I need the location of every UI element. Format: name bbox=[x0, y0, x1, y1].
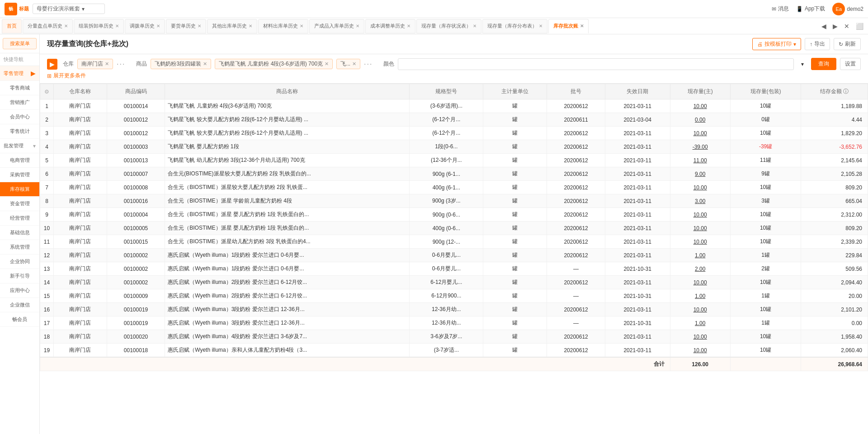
sidebar-item-inventory[interactable]: 库存核算 bbox=[0, 182, 39, 197]
cell-qty-main[interactable]: 1.00 bbox=[670, 249, 730, 262]
sidebar-item-member2[interactable]: 畅会员 bbox=[0, 312, 39, 327]
cell-unit: 罐 bbox=[483, 222, 547, 235]
sidebar-item-system[interactable]: 系统管理 bbox=[0, 240, 39, 255]
warehouse-tag-close[interactable]: ✕ bbox=[105, 61, 109, 67]
cell-qty-main[interactable]: 2.00 bbox=[670, 262, 730, 276]
sidebar-item-ops[interactable]: 经营管理 bbox=[0, 211, 39, 226]
cell-qty-pkg: 10罐 bbox=[730, 235, 801, 249]
warehouse-filter-more[interactable]: ··· bbox=[117, 60, 125, 68]
tab-cailiao-close[interactable]: ✕ bbox=[300, 24, 303, 28]
tab-zuzhuan-close[interactable]: ✕ bbox=[115, 24, 119, 28]
sidebar-item-wechat[interactable]: 企业微信 bbox=[0, 298, 39, 312]
cell-spec: 900g (3岁... bbox=[410, 194, 483, 208]
cell-qty-main[interactable]: 10.00 bbox=[670, 127, 730, 140]
tab-yaohuo[interactable]: 要货单历史 ✕ bbox=[166, 19, 206, 33]
tab-xiancun2-close[interactable]: ✕ bbox=[539, 24, 542, 28]
cell-qty-main[interactable]: 10.00 bbox=[670, 344, 730, 358]
sidebar-item-basic[interactable]: 基础信息 bbox=[0, 226, 39, 240]
search-menu-button[interactable]: 搜索菜单 bbox=[3, 38, 37, 49]
export-button[interactable]: ↑ 导出 bbox=[805, 38, 830, 50]
sidebar-item-retail[interactable]: 零售管理 ▶ bbox=[0, 66, 39, 81]
cell-qty-main[interactable]: 10.00 bbox=[670, 303, 730, 316]
color-filter-input[interactable] bbox=[398, 58, 794, 70]
product-filter-tag2[interactable]: 飞鹤星飞帆 儿童奶粉 4段(3-6岁适用) 700克 ✕ bbox=[215, 59, 333, 69]
page-actions: 🖨 按模板打印 ▾ ↑ 导出 ↻ 刷新 bbox=[752, 38, 861, 50]
app-download-button[interactable]: 📱 App下载 bbox=[796, 5, 825, 13]
sidebar-item-wholesale[interactable]: 批发管理 ▾ bbox=[0, 139, 39, 153]
tab-home[interactable]: 首页 bbox=[2, 19, 22, 33]
query-button[interactable]: 查询 bbox=[811, 58, 836, 70]
product-filter-more[interactable]: ··· bbox=[364, 60, 373, 68]
tab-close-all-button[interactable]: ✕ bbox=[841, 23, 852, 30]
filter-expand-btn[interactable]: ▶ bbox=[47, 59, 57, 70]
footer-qty: 126.00 bbox=[670, 357, 730, 371]
tab-kucun-close[interactable]: ✕ bbox=[580, 24, 584, 28]
tab-kucun[interactable]: 库存批次账 ✕ bbox=[548, 19, 589, 33]
tab-maximize-button[interactable]: ⬜ bbox=[853, 23, 866, 30]
warehouse-filter-tag[interactable]: 南岸门店 ✕ bbox=[77, 59, 113, 69]
tab-fenpan[interactable]: 分量盘点单历史 ✕ bbox=[23, 19, 73, 33]
cell-qty-main[interactable]: 10.00 bbox=[670, 208, 730, 222]
sidebar-item-finance[interactable]: 资金管理 bbox=[0, 197, 39, 211]
sidebar-item-stats[interactable]: 零售统计 bbox=[0, 124, 39, 139]
cell-qty-main[interactable]: 10.00 bbox=[670, 276, 730, 289]
product-tag3-close[interactable]: ✕ bbox=[352, 61, 356, 67]
tab-xiancun2[interactable]: 现存量（库存分布表） ✕ bbox=[482, 19, 547, 33]
tab-xiancun1[interactable]: 现存量（库存状况表） ✕ bbox=[416, 19, 481, 33]
sidebar-item-collab[interactable]: 企业协同 bbox=[0, 255, 39, 269]
product-filter-tag1[interactable]: 飞鹤奶粉3段四罐装 ✕ bbox=[151, 59, 211, 69]
tab-xiancun1-close[interactable]: ✕ bbox=[473, 24, 476, 28]
cell-qty-main[interactable]: 3.00 bbox=[670, 194, 730, 208]
cell-qty-main[interactable]: 1.00 bbox=[670, 289, 730, 303]
tab-qita[interactable]: 其他出库单历史 ✕ bbox=[207, 19, 257, 33]
cell-qty-main[interactable]: 10.00 bbox=[670, 235, 730, 249]
tab-chanpin-close[interactable]: ✕ bbox=[356, 24, 359, 28]
sidebar-item-guide[interactable]: 新手引导 bbox=[0, 269, 39, 283]
tab-chanpin[interactable]: 产成品入库单历史 ✕ bbox=[309, 19, 364, 33]
product-filter-tag3[interactable]: 飞... ✕ bbox=[336, 59, 360, 69]
print-button[interactable]: 🖨 按模板打印 ▾ bbox=[752, 38, 801, 50]
cell-qty-main[interactable]: 11.00 bbox=[670, 154, 730, 167]
product-tag2-close[interactable]: ✕ bbox=[325, 61, 329, 67]
sidebar-item-member[interactable]: 会员中心 bbox=[0, 110, 39, 124]
cell-qty-main[interactable]: -39.00 bbox=[670, 140, 730, 154]
sidebar-item-mall[interactable]: 零售商城 bbox=[0, 81, 39, 95]
cell-qty-main[interactable]: 1.00 bbox=[670, 316, 730, 330]
product-tag2-value: 飞鹤星飞帆 儿童奶粉 4段(3-6岁适用) 700克 bbox=[219, 60, 323, 68]
cell-qty-main[interactable]: 10.00 bbox=[670, 222, 730, 235]
tab-chengben[interactable]: 成本调整单历史 ✕ bbox=[365, 19, 415, 33]
cell-qty-main[interactable]: 10.00 bbox=[670, 330, 730, 344]
product-tag1-close[interactable]: ✕ bbox=[203, 61, 207, 67]
expand-more-button[interactable]: ⊞ 展开更多条件 bbox=[47, 72, 861, 80]
sidebar-item-ecom[interactable]: 电商管理 bbox=[0, 153, 39, 168]
cell-qty-main[interactable]: 10.00 bbox=[670, 181, 730, 194]
tab-qita-close[interactable]: ✕ bbox=[249, 24, 252, 28]
tab-fenpan-close[interactable]: ✕ bbox=[64, 24, 68, 28]
tab-next-button[interactable]: ▶ bbox=[830, 23, 840, 30]
message-button[interactable]: ✉ 消息 bbox=[772, 5, 789, 13]
refresh-button[interactable]: ↻ 刷新 bbox=[834, 38, 861, 50]
tab-prev-button[interactable]: ◀ bbox=[819, 23, 829, 30]
sidebar-item-purchase[interactable]: 采购管理 bbox=[0, 168, 39, 182]
tab-zuzhuan[interactable]: 组装拆卸单历史 ✕ bbox=[74, 19, 124, 33]
sidebar-item-marketing[interactable]: 营销推广 bbox=[0, 95, 39, 110]
export-label: 导出 bbox=[814, 40, 825, 48]
cell-name: 惠氏启赋（Wyeth illuma）2段奶粉 爱尔兰进口 6-12月饺... bbox=[165, 276, 410, 289]
tab-chengben-close[interactable]: ✕ bbox=[407, 24, 410, 28]
tab-diaobo-close[interactable]: ✕ bbox=[156, 24, 160, 28]
cell-code: 00100012 bbox=[107, 113, 165, 127]
tab-diaobo[interactable]: 调拨单历史 ✕ bbox=[125, 19, 165, 33]
cell-amount: 2,101.20 bbox=[801, 303, 868, 316]
cell-qty-main[interactable]: 10.00 bbox=[670, 99, 730, 113]
sidebar: 搜索菜单 快捷导航 零售管理 ▶ 零售商城 营销推广 会员中心 零售统计 批发管… bbox=[0, 34, 40, 434]
cell-qty-main[interactable]: 0.00 bbox=[670, 113, 730, 127]
gear-icon[interactable]: ⚙ bbox=[44, 89, 49, 95]
user-profile[interactable]: Ea demo2 bbox=[832, 3, 863, 15]
tab-cailiao[interactable]: 材料出库单历史 ✕ bbox=[258, 19, 308, 33]
table-row: 6 南岸门店 00100007 合生元(BIOSTIME)派星较大婴儿配方奶粉 … bbox=[40, 167, 868, 181]
sidebar-item-apps[interactable]: 应用中心 bbox=[0, 283, 39, 298]
settings-button[interactable]: 设置 bbox=[840, 58, 861, 70]
tab-yaohuo-close[interactable]: ✕ bbox=[198, 24, 201, 28]
cell-qty-main[interactable]: 9.00 bbox=[670, 167, 730, 181]
org-selector[interactable]: 母婴行业演示账套 ▾ bbox=[33, 4, 105, 14]
